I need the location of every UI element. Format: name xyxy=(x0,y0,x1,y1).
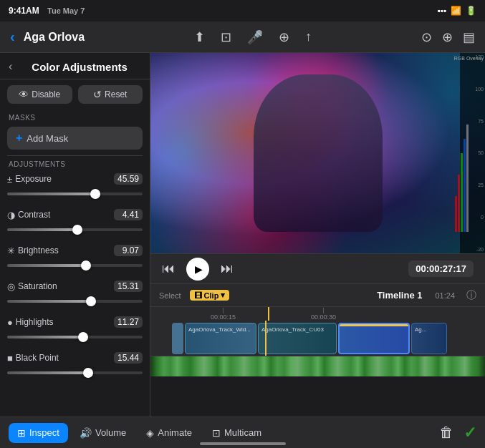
timeline-title: Timeline 1 xyxy=(377,290,422,301)
audio-waveform xyxy=(150,356,485,376)
volume-label: Volume xyxy=(95,427,126,438)
top-bar-left: ‹ Aga Orlova xyxy=(10,29,85,45)
inspect-label: Inspect xyxy=(29,427,59,438)
ruler-time-15: 00:00:15 xyxy=(211,313,236,321)
contrast-row: ◑ Contrast 4.41 xyxy=(0,206,150,242)
exposure-value[interactable]: 45.59 xyxy=(114,173,143,185)
contrast-slider[interactable] xyxy=(7,223,143,236)
blackpoint-thumb[interactable] xyxy=(83,368,93,378)
adjustments-section-label: ADJUSTMENTS xyxy=(0,156,150,170)
overlap-icon[interactable]: ⊕ xyxy=(442,29,453,45)
play-button[interactable]: ▶ xyxy=(186,258,209,281)
hist-tick-neg20: -20 xyxy=(475,247,484,252)
upload-icon[interactable]: ⬆ xyxy=(194,29,205,45)
animate-label: Animate xyxy=(158,427,192,438)
back-button[interactable]: ‹ xyxy=(10,29,15,45)
animate-icon: ◈ xyxy=(146,427,154,439)
volume-icon: 🔊 xyxy=(80,427,92,439)
highlights-value[interactable]: 11.27 xyxy=(114,316,143,328)
brightness-icon: ✳ xyxy=(7,245,15,256)
confirm-button[interactable]: ✓ xyxy=(464,424,476,442)
histogram-ticks: 120 100 75 50 25 0 -20 xyxy=(474,53,485,253)
playhead[interactable] xyxy=(268,307,269,321)
disable-label: Disable xyxy=(32,89,60,99)
timeline-playhead xyxy=(265,321,266,356)
saturation-track xyxy=(7,300,143,303)
skip-forward-button[interactable]: ⏭ xyxy=(221,261,234,276)
brightness-thumb[interactable] xyxy=(81,260,91,271)
tab-animate[interactable]: ◈ Animate xyxy=(138,423,201,443)
contrast-thumb[interactable] xyxy=(72,225,82,235)
svg-rect-3 xyxy=(464,139,466,232)
saturation-slider[interactable] xyxy=(7,295,143,308)
disable-button[interactable]: 👁 Disable xyxy=(7,85,72,104)
tab-volume[interactable]: 🔊 Volume xyxy=(71,423,135,443)
info-icon[interactable]: ⓘ xyxy=(466,289,476,302)
ruler-mark-30: 00:00:30 xyxy=(311,308,336,321)
blackpoint-value[interactable]: 15.44 xyxy=(114,352,143,364)
saturation-value[interactable]: 15.31 xyxy=(114,281,143,292)
svg-rect-2 xyxy=(461,153,463,232)
hist-tick-120: 120 xyxy=(475,54,484,59)
clip-3-label: AgaOrlova_Track_CU03 xyxy=(261,326,324,333)
panel-back-icon[interactable]: ‹ xyxy=(9,60,12,73)
clip-2[interactable]: AgaOrlova_Track_Wid... xyxy=(185,323,256,354)
clock-icon[interactable]: ⊙ xyxy=(421,29,432,45)
reset-button[interactable]: ↺ Reset xyxy=(78,85,143,104)
panel-controls: 👁 Disable ↺ Reset xyxy=(0,79,150,109)
brightness-label: ✳ Brightness xyxy=(7,245,59,256)
top-bar: ‹ Aga Orlova ⬆ ⊡ 🎤 ⊕ ↑ ⊙ ⊕ ▤ xyxy=(0,21,485,53)
status-icons: ▪▪▪ 📶 🔋 xyxy=(437,6,476,16)
exposure-label: ± Exposure xyxy=(7,174,52,185)
clip-1[interactable] xyxy=(172,323,183,354)
timeline-ruler: 00:00:15 00:00:30 xyxy=(150,306,485,321)
reset-label: Reset xyxy=(105,89,127,99)
share-icon[interactable]: ↑ xyxy=(305,29,312,45)
top-bar-center: ⬆ ⊡ 🎤 ⊕ ↑ xyxy=(85,29,421,45)
panel-title: Color Adjustments xyxy=(18,61,141,73)
blackpoint-slider[interactable] xyxy=(7,366,143,379)
ruler-marks: 00:00:15 00:00:30 xyxy=(153,307,482,321)
tab-multicam[interactable]: ⊡ Multicam xyxy=(203,423,270,443)
sidebar-toggle-icon[interactable]: ▤ xyxy=(463,29,475,45)
main-layout: ‹ Color Adjustments 👁 Disable ↺ Reset MA… xyxy=(0,53,485,417)
clip-badge-chevron: ▾ xyxy=(221,291,225,300)
saturation-thumb[interactable] xyxy=(86,296,96,306)
left-panel: ‹ Color Adjustments 👁 Disable ↺ Reset MA… xyxy=(0,53,150,417)
status-bar: 9:41AM Tue May 7 ▪▪▪ 📶 🔋 xyxy=(0,0,485,21)
video-track: AgaOrlova_Track_Wid... AgaOrlova_Track_C… xyxy=(150,321,485,356)
person-silhouette xyxy=(254,74,383,232)
multicam-label: Multicam xyxy=(224,427,261,438)
brightness-header: ✳ Brightness 9.07 xyxy=(7,245,143,256)
highlights-thumb[interactable] xyxy=(78,332,88,342)
tab-inspect[interactable]: ⊞ Inspect xyxy=(9,423,68,443)
svg-rect-1 xyxy=(458,175,460,232)
camera-icon[interactable]: ⊡ xyxy=(221,29,231,45)
highlights-row: ● Highlights 11.27 xyxy=(0,313,150,349)
clip-badge-label: Clip xyxy=(204,291,219,300)
exposure-slider[interactable] xyxy=(7,188,143,200)
exposure-thumb[interactable] xyxy=(90,189,100,199)
blackpoint-label: ■ Black Point xyxy=(7,353,59,364)
delete-button[interactable]: 🗑 xyxy=(439,424,453,441)
timeline-tracks: AgaOrlova_Track_Wid... AgaOrlova_Track_C… xyxy=(150,321,485,417)
clip-4[interactable]: Ag... xyxy=(411,323,447,354)
highlights-slider[interactable] xyxy=(7,331,143,344)
brightness-slider[interactable] xyxy=(7,259,143,272)
add-mask-button[interactable]: + Add Mask xyxy=(7,127,143,150)
play-icon: ▶ xyxy=(195,263,203,275)
ruler-tick-15 xyxy=(223,308,224,313)
blackpoint-icon: ■ xyxy=(7,353,13,364)
clip-3[interactable]: AgaOrlova_Track_CU03 xyxy=(258,323,337,354)
contrast-value[interactable]: 4.41 xyxy=(114,209,143,220)
mic-icon[interactable]: 🎤 xyxy=(247,29,263,45)
hist-tick-0: 0 xyxy=(475,215,484,220)
exposure-icon: ± xyxy=(7,174,12,185)
circle-plus-icon[interactable]: ⊕ xyxy=(279,29,289,45)
clip-selected[interactable] xyxy=(338,323,410,354)
skip-back-button[interactable]: ⏮ xyxy=(162,261,175,276)
video-background xyxy=(150,53,485,253)
brightness-value[interactable]: 9.07 xyxy=(114,245,143,256)
clip-badge[interactable]: 🎞 Clip ▾ xyxy=(190,290,230,301)
saturation-label: ◎ Saturation xyxy=(7,281,57,292)
